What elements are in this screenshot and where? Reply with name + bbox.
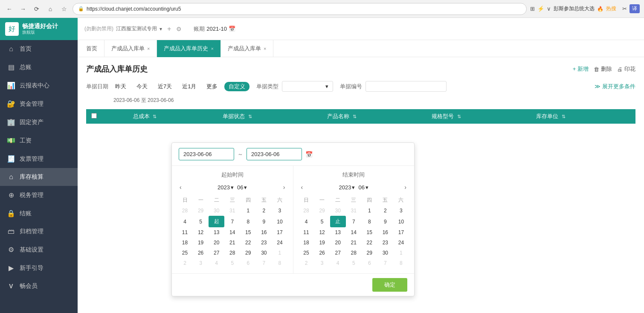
tab-history[interactable]: 产成品入库单历史 × [157, 40, 220, 57]
cal-day[interactable]: 3 [272, 206, 287, 216]
custom-button[interactable]: 自定义 [224, 82, 249, 91]
cal-day[interactable]: 31 [346, 206, 362, 216]
cal-day-selected-end[interactable]: 止 [330, 216, 346, 227]
calendar-picker-icon[interactable]: 📅 [305, 151, 313, 158]
1month-button[interactable]: 近1月 [179, 82, 200, 91]
sidebar-item-inventory[interactable]: ⌂ 库存核算 [0, 168, 78, 186]
add-company-icon[interactable]: + [167, 25, 171, 33]
cal-day[interactable]: 1 [240, 206, 256, 216]
more-button[interactable]: 更多 [203, 82, 221, 91]
cal-day[interactable]: 27 [330, 248, 346, 258]
cal-day[interactable]: 23 [256, 238, 272, 248]
type-select[interactable]: ▾ [282, 81, 333, 92]
cal-day[interactable]: 10 [393, 216, 409, 227]
end-next-button[interactable]: › [402, 183, 409, 191]
cal-day[interactable]: 6 [362, 258, 377, 268]
7days-button[interactable]: 近7天 [154, 82, 175, 91]
sidebar-item-tax[interactable]: ⊕ 税务管理 [0, 186, 78, 204]
cal-day[interactable]: 4 [209, 258, 224, 268]
col-spec[interactable]: 规格型号 ⇅ [426, 109, 531, 124]
number-filter-input[interactable] [366, 81, 447, 92]
cal-day[interactable]: 7 [377, 258, 393, 268]
tab-close-button[interactable]: × [211, 46, 213, 51]
browser-refresh-button[interactable]: ⟳ [32, 4, 42, 14]
cal-day[interactable]: 3 [314, 258, 330, 268]
cal-day[interactable]: 24 [272, 238, 287, 248]
cal-day[interactable]: 28 [224, 248, 240, 258]
scissors-icon[interactable]: ✂ [622, 6, 627, 12]
cal-day[interactable]: 5 [314, 216, 330, 227]
cal-day[interactable]: 8 [240, 216, 256, 227]
cal-day[interactable]: 1 [393, 248, 409, 258]
cal-day[interactable]: 18 [299, 238, 314, 248]
cal-day[interactable]: 30 [256, 248, 272, 258]
cal-day[interactable]: 24 [393, 238, 409, 248]
col-checkbox[interactable] [86, 109, 128, 124]
lightning-icon[interactable]: ⚡ [537, 6, 544, 12]
col-unit[interactable]: 库存单位 ⇅ [531, 109, 635, 124]
end-month-selector[interactable]: 06 ▾ [358, 184, 368, 191]
col-total-cost[interactable]: 总成本 ⇅ [128, 109, 218, 124]
cal-day[interactable]: 8 [362, 216, 377, 227]
cal-day[interactable]: 29 [362, 248, 377, 258]
cal-day[interactable]: 2 [299, 258, 314, 268]
cal-day[interactable]: 19 [314, 238, 330, 248]
cal-day[interactable]: 16 [377, 227, 393, 238]
cal-day[interactable]: 17 [272, 227, 287, 238]
cal-day[interactable]: 2 [177, 258, 193, 268]
cal-day[interactable]: 29 [240, 248, 256, 258]
end-prev-button[interactable]: ‹ [299, 183, 306, 191]
cal-day[interactable]: 2 [377, 206, 393, 216]
cal-day[interactable]: 15 [240, 227, 256, 238]
cal-day[interactable]: 8 [272, 258, 287, 268]
cal-day[interactable]: 22 [362, 238, 377, 248]
cal-day[interactable]: 28 [346, 248, 362, 258]
browser-url-bar[interactable]: 🔒 https://cloud.chanjet.com/accounting/u… [73, 3, 527, 15]
cal-day[interactable]: 19 [193, 238, 209, 248]
browser-back-button[interactable]: ← [4, 4, 15, 14]
cal-day[interactable]: 28 [299, 206, 314, 216]
cal-day[interactable]: 10 [272, 216, 287, 227]
cal-day[interactable]: 26 [314, 248, 330, 258]
cal-day[interactable]: 30 [377, 248, 393, 258]
cal-day[interactable]: 16 [256, 227, 272, 238]
cal-day[interactable]: 26 [193, 248, 209, 258]
sidebar-item-guide[interactable]: ▶ 新手引导 [0, 259, 78, 277]
select-all-checkbox[interactable] [91, 113, 97, 119]
cal-day[interactable]: 22 [240, 238, 256, 248]
col-product[interactable]: 产品名称 ⇅ [322, 109, 426, 124]
cal-day[interactable]: 4 [177, 216, 193, 227]
cal-day[interactable]: 8 [393, 258, 409, 268]
cal-day[interactable]: 25 [177, 248, 193, 258]
browser-home-button[interactable]: ⌂ [45, 4, 55, 14]
expand-conditions-button[interactable]: ≫ 展开更多条件 [595, 83, 635, 90]
cal-day[interactable]: 1 [272, 248, 287, 258]
cal-day[interactable]: 28 [177, 206, 193, 216]
col-status[interactable]: 单据状态 ⇅ [218, 109, 322, 124]
start-next-button[interactable]: › [281, 183, 288, 191]
sidebar-item-home[interactable]: ⌂ 首页 [0, 40, 78, 58]
end-date-input[interactable] [247, 148, 302, 160]
browser-star-button[interactable]: ☆ [59, 4, 69, 14]
cal-day[interactable]: 11 [177, 227, 193, 238]
cal-day[interactable]: 7 [346, 216, 362, 227]
cal-day[interactable]: 21 [346, 238, 362, 248]
grid-icon[interactable]: ⊞ [530, 6, 535, 12]
cal-day[interactable]: 25 [299, 248, 314, 258]
cal-day[interactable]: 13 [330, 227, 346, 238]
cal-day[interactable]: 12 [193, 227, 209, 238]
cal-day-selected[interactable]: 起 [209, 216, 224, 227]
cal-day[interactable]: 4 [299, 216, 314, 227]
start-month-selector[interactable]: 06 ▾ [237, 184, 247, 191]
tab-home[interactable]: 首页 [79, 40, 104, 57]
cal-day[interactable]: 29 [193, 206, 209, 216]
cal-day[interactable]: 14 [346, 227, 362, 238]
confirm-button[interactable]: 确定 [372, 278, 407, 292]
cal-day[interactable]: 20 [330, 238, 346, 248]
cal-day[interactable]: 27 [209, 248, 224, 258]
cal-day[interactable]: 29 [314, 206, 330, 216]
cal-day[interactable]: 7 [224, 216, 240, 227]
sidebar-item-funds[interactable]: 🔐 资金管理 [0, 95, 78, 113]
cal-day[interactable]: 9 [256, 216, 272, 227]
chevron-down-icon[interactable]: ∨ [547, 6, 551, 12]
